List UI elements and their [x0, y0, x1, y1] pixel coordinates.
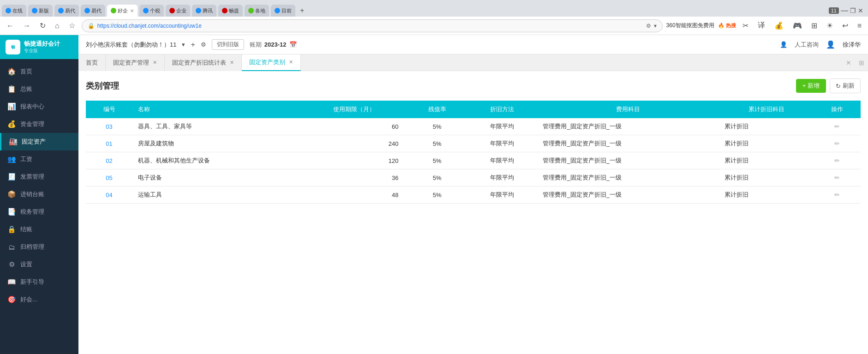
- sidebar-item-ledger[interactable]: 📋 总账: [0, 80, 78, 98]
- sidebar-menu: 🏠 首页 📋 总账 📊 报表中心 💰 资金管理 🏭 固定资产 👥 工资: [0, 59, 78, 354]
- settings-gear-btn[interactable]: ⚙: [201, 41, 206, 48]
- sidebar-item-fixed-assets[interactable]: 🏭 固定资产: [0, 133, 78, 150]
- game-btn[interactable]: 🎮: [790, 19, 805, 32]
- edit-btn[interactable]: ✏: [834, 191, 840, 198]
- sun-btn[interactable]: ☀: [824, 19, 836, 32]
- bookmark-btn[interactable]: ☆: [66, 19, 78, 32]
- cell-acc-subject: 累计折旧: [719, 169, 814, 186]
- undo-btn[interactable]: ↩: [839, 19, 851, 32]
- cell-acc-subject: 累计折旧: [719, 186, 814, 204]
- cell-acc-subject: 累计折旧: [719, 135, 814, 152]
- browser-tab-2[interactable]: 新版: [28, 5, 53, 17]
- refresh-nav-btn[interactable]: ↻: [37, 19, 48, 32]
- edit-btn[interactable]: ✏: [834, 140, 840, 147]
- cell-months: 120: [300, 152, 408, 169]
- browser-tab-8[interactable]: 腾讯: [192, 5, 216, 17]
- browser-tab-10[interactable]: 各地: [245, 5, 269, 17]
- calendar-btn[interactable]: 📅: [289, 41, 297, 48]
- tab-close-mgmt[interactable]: ✕: [153, 60, 157, 66]
- cell-subject: 管理费用_固定资产折旧_一级: [537, 152, 718, 169]
- menu-btn[interactable]: ≡: [855, 20, 864, 32]
- cell-subject: 管理费用_固定资产折旧_一级: [537, 135, 718, 152]
- sidebar-item-more-label: 好会...: [20, 295, 37, 304]
- minimize-btn[interactable]: —: [841, 6, 848, 15]
- sidebar-item-close[interactable]: 🔒 结账: [0, 221, 78, 238]
- add-category-btn[interactable]: + 新增: [796, 79, 826, 93]
- tab-fixed-assets-mgmt[interactable]: 固定资产管理 ✕: [106, 54, 165, 71]
- tab-close-icon[interactable]: ✕: [130, 8, 134, 13]
- fund-icon: 💰: [7, 120, 16, 128]
- translate-btn[interactable]: 译: [755, 19, 768, 32]
- sidebar-item-close-label: 结账: [20, 225, 32, 234]
- expand-icon[interactable]: ▾: [654, 23, 657, 29]
- more-icon: 🎯: [7, 295, 16, 304]
- edit-btn[interactable]: ✏: [834, 157, 840, 164]
- sidebar-item-tax[interactable]: 📑 税务管理: [0, 203, 78, 221]
- site-info-icon[interactable]: ⚙: [646, 23, 651, 29]
- grid-btn[interactable]: ⊞: [808, 19, 820, 32]
- cell-months: 240: [300, 135, 408, 152]
- expand-tab-btn[interactable]: ⊞: [855, 59, 868, 66]
- sidebar-item-report-label: 报表中心: [20, 102, 44, 111]
- back-btn[interactable]: ←: [4, 20, 17, 32]
- sidebar-logo: 畅 畅捷通好会计 专业版: [0, 35, 78, 59]
- tabs-count-badge: 11: [829, 7, 839, 14]
- home-btn[interactable]: ⌂: [52, 20, 62, 32]
- tab-asset-category[interactable]: 固定资产类别 ✕: [242, 54, 301, 71]
- browser-tab-active[interactable]: 好企 ✕: [107, 5, 138, 17]
- table-row: 02 机器、机械和其他生产设备 120 5% 年限平均 管理费用_固定资产折旧_…: [86, 152, 861, 169]
- old-version-btn[interactable]: 切到旧版: [212, 39, 244, 50]
- browser-tab-4[interactable]: 易代: [81, 5, 105, 17]
- scissors-btn[interactable]: ✂: [740, 19, 751, 32]
- cell-acc-subject: 累计折旧: [719, 118, 814, 135]
- cell-name: 房屋及建筑物: [132, 135, 300, 152]
- browser-tab-1[interactable]: 在线: [2, 5, 26, 17]
- new-tab-btn[interactable]: +: [297, 5, 307, 17]
- col-subject: 费用科目: [537, 101, 718, 118]
- browser-tab-3[interactable]: 易代: [54, 5, 79, 17]
- maximize-btn[interactable]: ❐: [850, 7, 856, 14]
- search-area: 360智能抠图免费用 🔥 热搜: [666, 22, 736, 30]
- cell-rate: 5%: [407, 152, 466, 169]
- browser-tab-11[interactable]: 目前: [271, 5, 295, 17]
- sidebar-item-archive[interactable]: 🗂 归档管理: [0, 238, 78, 256]
- sidebar-item-guide[interactable]: 📖 新手引导: [0, 273, 78, 291]
- browser-tab-9[interactable]: 畅提: [218, 5, 243, 17]
- logo-icon: 畅: [6, 40, 20, 54]
- sidebar-item-fund[interactable]: 💰 资金管理: [0, 115, 78, 133]
- ledger-icon: 📋: [7, 85, 16, 93]
- sidebar-item-home[interactable]: 🏠 首页: [0, 63, 78, 80]
- sidebar-item-fund-label: 资金管理: [20, 120, 44, 128]
- url-bar[interactable]: 🔒 https://cloud.chanjet.com/accounting/u…: [82, 19, 663, 32]
- sidebar-item-report[interactable]: 📊 报表中心: [0, 98, 78, 115]
- tab-close-category[interactable]: ✕: [289, 59, 293, 65]
- tab-depreciation-stats[interactable]: 固定资产折旧统计表 ✕: [165, 54, 242, 71]
- sidebar-item-settings[interactable]: ⚙ 设置: [0, 256, 78, 273]
- period-value: 2023-12: [264, 41, 287, 48]
- user-display-name: 徐泽华: [843, 41, 861, 49]
- add-account-btn[interactable]: +: [191, 41, 195, 49]
- user-account-info: 刘小艳演示账套（勿删勿动！）11: [86, 41, 176, 49]
- edit-btn[interactable]: ✏: [834, 174, 840, 181]
- forward-btn[interactable]: →: [20, 20, 33, 32]
- tab-close-stats[interactable]: ✕: [230, 60, 234, 66]
- edit-btn[interactable]: ✏: [834, 123, 840, 130]
- cell-months: 60: [300, 118, 408, 135]
- user-dropdown-btn[interactable]: ▾: [182, 41, 185, 48]
- sidebar-item-invoice[interactable]: 🧾 发票管理: [0, 168, 78, 186]
- close-btn[interactable]: ✕: [858, 7, 863, 14]
- browser-tab-6[interactable]: 个税: [139, 5, 164, 17]
- table-header-row: 编号 名称 使用期限（月） 残值率 折旧方法 费用科目 累计折旧科目 操作: [86, 101, 861, 118]
- cell-name: 器具、工具、家具等: [132, 118, 300, 135]
- sidebar-item-more[interactable]: 🎯 好会...: [0, 291, 78, 308]
- support-label[interactable]: 人工咨询: [795, 41, 819, 49]
- browser-tab-7[interactable]: 企业: [166, 5, 190, 17]
- sidebar-item-payroll[interactable]: 👥 工资: [0, 150, 78, 168]
- wallet-btn[interactable]: 💰: [772, 19, 786, 32]
- cell-method: 年限平均: [467, 152, 538, 169]
- sidebar-item-stock[interactable]: 📦 进销台账: [0, 186, 78, 203]
- close-tab-right-btn[interactable]: ✕: [842, 59, 855, 66]
- tab-home[interactable]: 首页: [78, 54, 106, 71]
- refresh-table-btn[interactable]: ↻ 刷新: [830, 78, 861, 93]
- cell-method: 年限平均: [467, 186, 538, 204]
